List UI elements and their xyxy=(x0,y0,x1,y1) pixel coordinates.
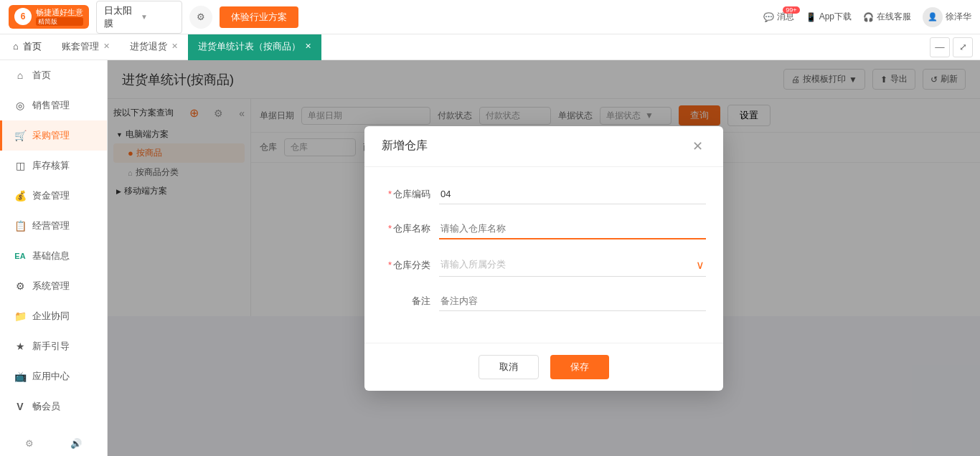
trial-button[interactable]: 体验行业方案 xyxy=(220,6,298,28)
modal-footer: 取消 保存 xyxy=(364,343,723,391)
warehouse-code-input[interactable] xyxy=(439,184,706,204)
header-right: 💬 消息 99+ 📱 App下载 🎧 在线客服 👤 徐泽华 xyxy=(763,7,971,27)
home-icon: ⌂ xyxy=(13,41,19,52)
user-avatar: 👤 xyxy=(923,7,943,27)
warehouse-name-input[interactable] xyxy=(439,219,706,239)
sidebar-item-purchase[interactable]: 🛒 采购管理 xyxy=(0,120,107,151)
tab-home[interactable]: ⌂ 首页 xyxy=(3,34,52,60)
tab-close-1[interactable]: ✕ xyxy=(103,42,110,51)
note-label: 备注 xyxy=(382,295,439,308)
warehouse-note-input[interactable] xyxy=(439,291,706,311)
sidebar-item-inventory[interactable]: ◫ 库存核算 xyxy=(0,151,107,181)
sidebar-volume-icon[interactable]: 🔊 xyxy=(70,438,82,449)
logo-badge: 精简版 xyxy=(36,17,83,27)
sidebar-item-system[interactable]: ⚙ 系统管理 xyxy=(0,271,107,301)
sidebar-item-member[interactable]: V 畅会员 xyxy=(0,391,107,422)
enterprise-icon: 📁 xyxy=(14,310,27,322)
top-header: 6 畅捷通好生意 精简版 日太阳膜 ▼ ⚙ 体验行业方案 💬 消息 99+ 📱 … xyxy=(0,0,980,34)
tab-maximize-button[interactable]: ⤢ xyxy=(953,37,973,57)
tab-close-2[interactable]: ✕ xyxy=(171,42,178,51)
logo-area[interactable]: 6 畅捷通好生意 精简版 xyxy=(9,5,89,29)
member-icon: V xyxy=(14,401,27,412)
online-service-item[interactable]: 🎧 在线客服 xyxy=(863,11,911,23)
tab-purchase-return[interactable]: 进货退货 ✕ xyxy=(120,34,188,60)
modal-title: 新增仓库 xyxy=(382,138,428,153)
category-select[interactable]: 请输入所属分类 ∨ xyxy=(439,254,706,277)
logo-icon: 6 xyxy=(14,8,32,25)
sidebar-item-finance[interactable]: 💰 资金管理 xyxy=(0,181,107,211)
category-label: 仓库分类 xyxy=(382,259,439,272)
guide-icon: ★ xyxy=(14,341,27,352)
message-icon: 💬 xyxy=(763,12,774,22)
logo-text: 畅捷通好生意 精简版 xyxy=(36,8,83,27)
modal-header: 新增仓库 ✕ xyxy=(364,126,723,167)
app-center-icon: 📺 xyxy=(14,371,27,382)
app-download-item[interactable]: 📱 App下载 xyxy=(806,11,852,23)
sidebar-settings-icon[interactable]: ⚙ xyxy=(25,438,34,449)
warehouse-note-field: 备注 xyxy=(382,291,706,311)
category-arrow-icon: ∨ xyxy=(696,258,705,272)
sidebar: ⌂ 首页 ◎ 销售管理 🛒 采购管理 ◫ 库存核算 💰 资金管理 📋 经营管理 … xyxy=(0,60,108,456)
sidebar-item-sales[interactable]: ◎ 销售管理 xyxy=(0,90,107,120)
home-sidebar-icon: ⌂ xyxy=(14,70,27,81)
modal-overlay[interactable]: 新增仓库 ✕ 仓库编码 仓库名称 仓库 xyxy=(108,60,980,456)
tab-minimize-button[interactable]: — xyxy=(930,37,950,57)
category-placeholder: 请输入所属分类 xyxy=(440,258,506,271)
sidebar-item-home[interactable]: ⌂ 首页 xyxy=(0,60,107,90)
name-label: 仓库名称 xyxy=(382,222,439,235)
purchase-icon: 🛒 xyxy=(14,130,27,141)
notification-badge: 99+ xyxy=(783,6,799,14)
save-button[interactable]: 保存 xyxy=(550,355,609,379)
modal-body: 仓库编码 仓库名称 仓库分类 请输入所属分类 ∨ xyxy=(364,167,723,343)
sidebar-item-basic-info[interactable]: EA 基础信息 xyxy=(0,241,107,271)
settings-icon[interactable]: ⚙ xyxy=(189,6,212,29)
operation-icon: 📋 xyxy=(14,220,27,232)
system-icon: ⚙ xyxy=(14,280,27,292)
warehouse-name-field: 仓库名称 xyxy=(382,219,706,239)
tab-purchase-stats[interactable]: 进货单统计表（按商品） ✕ xyxy=(188,34,321,60)
content-area: 进货单统计(按商品) 🖨 按模板打印 ▼ ⬆ 导出 ↺ 刷新 xyxy=(108,60,980,456)
store-arrow-icon: ▼ xyxy=(141,13,174,21)
tab-bar: ⌂ 首页 账套管理 ✕ 进货退货 ✕ 进货单统计表（按商品） ✕ — ⤢ xyxy=(0,34,980,60)
modal-close-icon[interactable]: ✕ xyxy=(689,138,706,155)
modal-dialog: 新增仓库 ✕ 仓库编码 仓库名称 仓库 xyxy=(364,126,723,391)
tab-account-management[interactable]: 账套管理 ✕ xyxy=(52,34,120,60)
code-label: 仓库编码 xyxy=(382,188,439,201)
sidebar-item-operation[interactable]: 📋 经营管理 xyxy=(0,211,107,241)
sales-icon: ◎ xyxy=(14,100,27,111)
warehouse-code-field: 仓库编码 xyxy=(382,184,706,204)
sidebar-item-enterprise[interactable]: 📁 企业协同 xyxy=(0,301,107,331)
store-selector[interactable]: 日太阳膜 ▼ xyxy=(96,1,182,34)
main-layout: ⌂ 首页 ◎ 销售管理 🛒 采购管理 ◫ 库存核算 💰 资金管理 📋 经营管理 … xyxy=(0,60,980,456)
tab-close-3[interactable]: ✕ xyxy=(305,42,311,51)
inventory-icon: ◫ xyxy=(14,160,27,171)
basic-info-icon: EA xyxy=(14,252,27,260)
sidebar-item-app-center[interactable]: 📺 应用中心 xyxy=(0,361,107,391)
sidebar-item-guide[interactable]: ★ 新手引导 xyxy=(0,331,107,361)
cancel-button[interactable]: 取消 xyxy=(479,355,539,379)
finance-icon: 💰 xyxy=(14,190,27,201)
user-profile[interactable]: 👤 徐泽华 xyxy=(923,7,971,27)
messages-icon-item[interactable]: 💬 消息 99+ xyxy=(763,11,794,23)
mobile-icon: 📱 xyxy=(806,12,816,22)
headset-icon: 🎧 xyxy=(863,12,874,22)
warehouse-category-field: 仓库分类 请输入所属分类 ∨ xyxy=(382,254,706,277)
